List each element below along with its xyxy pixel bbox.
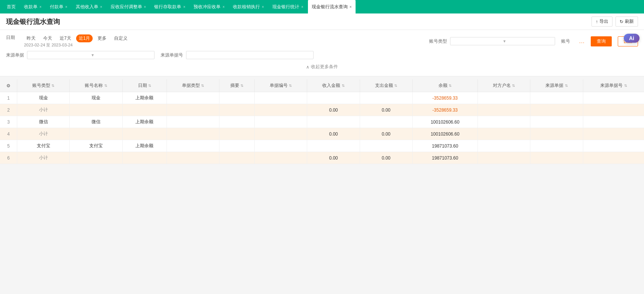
sort-icon: ⇅ xyxy=(342,84,345,88)
col-expense[interactable]: 支出金额 ⇅ xyxy=(360,79,412,92)
sort-icon: ⇅ xyxy=(201,84,204,88)
source-doc-filter-group: 来源单据 ▾ xyxy=(6,51,155,59)
date-btn-more[interactable]: 更多 xyxy=(95,34,109,42)
table-row: 5支付宝支付宝上期余额19871073.60 xyxy=(0,140,644,152)
account-type-filter-group: 账号类型 ▾ xyxy=(429,37,555,45)
col-income[interactable]: 收入金额 ⇅ xyxy=(307,79,360,92)
sort-icon: ⇅ xyxy=(565,84,568,88)
col-summary[interactable]: 摘要 ⇅ xyxy=(219,79,255,92)
sort-icon: ⇅ xyxy=(51,84,54,88)
sort-icon: ⇅ xyxy=(104,84,107,88)
refresh-button[interactable]: ↻ 刷新 xyxy=(615,16,638,27)
source-doc-no-input[interactable] xyxy=(186,51,314,59)
close-icon[interactable]: × xyxy=(222,5,225,9)
nav-tab-prepayment[interactable]: 预收冲应收单 × xyxy=(190,0,228,13)
source-doc-select[interactable]: ▾ xyxy=(27,51,155,59)
col-account-type[interactable]: 账号类型 ⇅ xyxy=(17,79,70,92)
col-doc-no[interactable]: 单据编号 ⇅ xyxy=(255,79,307,92)
account-no-label: 账号 xyxy=(561,38,576,45)
source-doc-no-label: 来源单据号 xyxy=(161,52,183,58)
nav-tab-cash-bank-flow[interactable]: 现金银行流水查询 × xyxy=(308,0,356,13)
sort-icon: ⇅ xyxy=(512,84,515,88)
close-icon[interactable]: × xyxy=(350,5,352,9)
close-icon[interactable]: × xyxy=(39,5,42,9)
account-no-ellipsis-button[interactable]: ... xyxy=(579,38,585,44)
filter-row-1: 日期 昨天 今天 近7天 近1月 更多 自定义 2023-02-24 至 202… xyxy=(6,34,638,48)
date-btn-custom[interactable]: 自定义 xyxy=(111,34,130,42)
collapse-bar[interactable]: ∧ 收起更多条件 xyxy=(6,62,638,72)
close-icon[interactable]: × xyxy=(301,5,303,9)
filter-row-2: 来源单据 ▾ 来源单据号 xyxy=(6,51,638,59)
top-navigation: 首页 收款单 × 付款单 × 其他收入单 × 应收应付调整单 × 银行存取款单 … xyxy=(0,0,644,13)
page-title: 现金银行流水查询 xyxy=(6,17,60,26)
chevron-up-icon: ∧ xyxy=(306,64,309,70)
sort-icon: ⇅ xyxy=(449,84,452,88)
account-type-select[interactable]: ▾ xyxy=(450,37,555,45)
date-btn-7days[interactable]: 近7天 xyxy=(57,34,74,42)
sort-icon: ⇅ xyxy=(289,84,292,88)
col-counterpart[interactable]: 对方户名 ⇅ xyxy=(478,79,530,92)
nav-tab-other-income[interactable]: 其他收入单 × xyxy=(72,0,106,13)
nav-tab-bank-deposit[interactable]: 银行存取款单 × xyxy=(150,0,189,13)
page-header: 现金银行流水查询 ↑ 导出 ↻ 刷新 xyxy=(0,13,644,30)
nav-tab-cash-bank-stats[interactable]: 现金银行统计 × xyxy=(269,0,307,13)
header-actions: ↑ 导出 ↻ 刷新 xyxy=(591,16,638,27)
table-row: 2小计0.000.00-3528659.33 xyxy=(0,104,644,116)
col-doc-type[interactable]: 单据类型 ⇅ xyxy=(167,79,219,92)
close-icon[interactable]: × xyxy=(262,5,264,9)
sort-icon: ⇅ xyxy=(624,84,627,88)
table-row: 4小计0.000.00100102606.60 xyxy=(0,128,644,140)
date-shortcuts-container: 昨天 今天 近7天 近1月 更多 自定义 2023-02-24 至 2023-0… xyxy=(24,34,130,48)
ai-badge[interactable]: Ai xyxy=(624,34,639,43)
nav-tab-receipts[interactable]: 收款单 × xyxy=(20,0,45,13)
query-button[interactable]: 查询 xyxy=(591,36,612,46)
chevron-down-icon: ▾ xyxy=(503,39,552,44)
col-balance[interactable]: 余额 ⇅ xyxy=(413,79,478,92)
table-container: ⚙ 账号类型 ⇅ 账号名称 ⇅ 日期 ⇅ 单据类型 ⇅ xyxy=(0,79,644,164)
gear-icon: ⚙ xyxy=(6,83,11,88)
table-body: 1现金现金上期余额-3528659.332小计0.000.00-3528659.… xyxy=(0,92,644,164)
col-source-doc[interactable]: 来源单据 ⇅ xyxy=(530,79,583,92)
table-row: 3微信微信上期余额100102606.60 xyxy=(0,116,644,128)
date-btn-1month[interactable]: 近1月 xyxy=(76,34,93,42)
date-label: 日期 xyxy=(6,34,21,41)
account-no-filter-group: 账号 ... xyxy=(561,38,585,45)
source-doc-label: 来源单据 xyxy=(6,52,24,58)
close-icon[interactable]: × xyxy=(144,5,146,9)
chevron-down-icon: ▾ xyxy=(92,52,151,58)
date-range-display: 2023-02-24 至 2023-03-24 xyxy=(24,42,130,48)
date-filter-group: 日期 昨天 今天 近7天 近1月 更多 自定义 2023-02-24 至 202… xyxy=(6,34,130,48)
sort-icon: ⇅ xyxy=(240,84,243,88)
table-header-row: ⚙ 账号类型 ⇅ 账号名称 ⇅ 日期 ⇅ 单据类型 ⇅ xyxy=(0,79,644,92)
table-row: 1现金现金上期余额-3528659.33 xyxy=(0,92,644,104)
sort-icon: ⇅ xyxy=(148,84,151,88)
source-doc-no-filter-group: 来源单据号 xyxy=(161,51,314,59)
filter-area: 日期 昨天 今天 近7天 近1月 更多 自定义 2023-02-24 至 202… xyxy=(0,30,644,76)
refresh-icon: ↻ xyxy=(620,19,623,24)
export-icon: ↑ xyxy=(596,19,598,24)
close-icon[interactable]: × xyxy=(65,5,68,9)
date-shortcuts: 昨天 今天 近7天 近1月 更多 自定义 xyxy=(24,34,130,42)
sort-icon: ⇅ xyxy=(394,84,397,88)
close-icon[interactable]: × xyxy=(100,5,102,9)
close-icon[interactable]: × xyxy=(183,5,185,9)
data-table: ⚙ 账号类型 ⇅ 账号名称 ⇅ 日期 ⇅ 单据类型 ⇅ xyxy=(0,79,644,164)
date-btn-yesterday[interactable]: 昨天 xyxy=(24,34,38,42)
nav-tab-collection-exec[interactable]: 收款核销执行 × xyxy=(229,0,268,13)
account-type-label: 账号类型 xyxy=(429,38,447,45)
nav-tab-ar-ap-adjust[interactable]: 应收应付调整单 × xyxy=(107,0,150,13)
col-settings[interactable]: ⚙ xyxy=(0,79,17,92)
export-button[interactable]: ↑ 导出 xyxy=(591,16,612,27)
col-source-doc-no[interactable]: 来源单据号 ⇅ xyxy=(583,79,644,92)
table-row: 6小计0.000.0019871073.60 xyxy=(0,152,644,164)
date-btn-today[interactable]: 今天 xyxy=(41,34,55,42)
col-date[interactable]: 日期 ⇅ xyxy=(122,79,167,92)
nav-tab-payments[interactable]: 付款单 × xyxy=(46,0,71,13)
col-account-name[interactable]: 账号名称 ⇅ xyxy=(70,79,122,92)
nav-home[interactable]: 首页 xyxy=(3,4,20,10)
